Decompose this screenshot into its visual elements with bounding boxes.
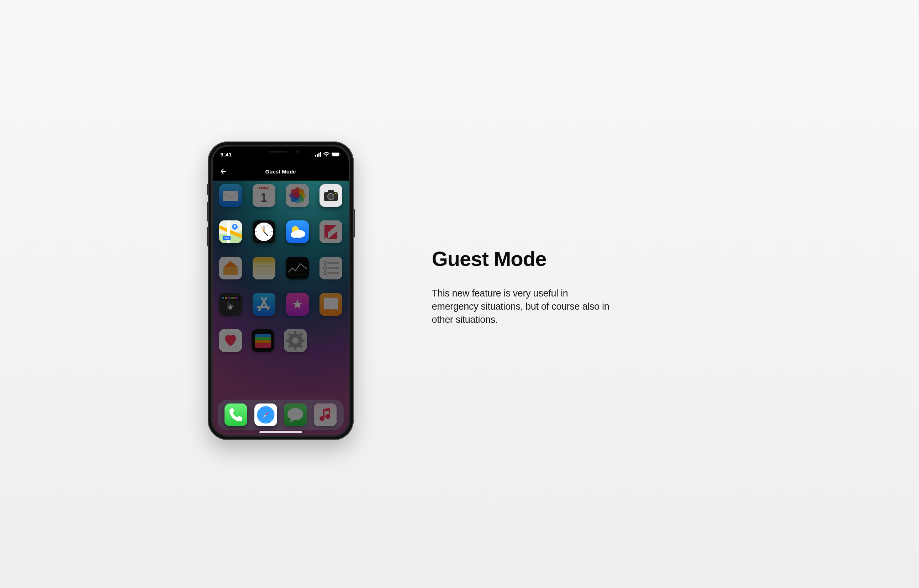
app-camera[interactable]	[319, 184, 342, 207]
feature-description: This new feature is very useful in emerg…	[432, 287, 617, 327]
svg-point-63	[258, 309, 260, 311]
presentation-slide: 9:41	[183, 138, 736, 450]
svg-point-36	[263, 231, 265, 233]
app-row-5	[219, 329, 342, 352]
svg-rect-71	[294, 331, 297, 334]
back-arrow-icon[interactable]	[219, 167, 228, 176]
app-row-4: ★ ★	[219, 293, 342, 316]
svg-text:★: ★	[227, 303, 234, 312]
feature-heading: Guest Mode	[432, 248, 617, 270]
svg-line-59	[260, 298, 266, 309]
app-clock[interactable]	[253, 220, 276, 243]
phone-frame: 9:41	[208, 142, 354, 440]
app-itunes[interactable]: ★	[286, 293, 309, 316]
svg-rect-65	[255, 334, 271, 338]
status-indicators	[315, 152, 341, 157]
display-notch	[249, 147, 313, 157]
app-maps[interactable]: 280	[219, 220, 242, 243]
svg-point-39	[291, 231, 298, 238]
app-calendar[interactable]: Friday 1	[253, 184, 276, 207]
app-messages[interactable]	[284, 404, 307, 426]
svg-rect-67	[255, 340, 271, 343]
svg-rect-51	[221, 297, 240, 300]
phone-screen: 9:41	[213, 147, 348, 435]
svg-point-7	[293, 192, 305, 204]
app-row-3	[219, 257, 342, 279]
app-health[interactable]	[219, 329, 242, 352]
app-mail[interactable]	[219, 184, 242, 207]
svg-rect-74	[302, 339, 305, 342]
app-ibooks[interactable]	[319, 293, 342, 316]
svg-rect-57	[236, 297, 238, 299]
wifi-icon	[323, 152, 329, 157]
app-settings[interactable]	[284, 329, 307, 352]
svg-rect-3	[223, 191, 238, 201]
svg-point-62	[268, 306, 270, 308]
svg-point-6	[295, 192, 306, 199]
status-time: 9:41	[220, 152, 232, 157]
svg-rect-66	[255, 337, 271, 341]
svg-rect-75	[288, 333, 292, 336]
home-indicator[interactable]	[259, 431, 302, 433]
svg-point-14	[328, 194, 334, 200]
svg-point-89	[287, 408, 303, 420]
svg-point-4	[294, 187, 301, 198]
svg-rect-1	[332, 153, 339, 156]
svg-text:280: 280	[224, 237, 229, 240]
svg-point-15	[335, 193, 337, 194]
svg-rect-56	[233, 297, 235, 299]
svg-rect-53	[225, 297, 227, 299]
svg-rect-72	[294, 347, 297, 350]
app-reminders[interactable]	[319, 257, 342, 279]
app-stocks[interactable]	[286, 257, 309, 279]
text-panel: Guest Mode This new feature is very usef…	[432, 248, 617, 327]
app-imovie[interactable]: ★	[219, 293, 242, 316]
svg-point-49	[324, 271, 327, 275]
app-weather[interactable]	[286, 220, 309, 243]
svg-rect-52	[222, 297, 224, 299]
header-row: Guest Mode	[213, 164, 348, 178]
svg-rect-55	[230, 297, 233, 299]
app-photos[interactable]	[286, 184, 309, 207]
svg-rect-40	[253, 257, 276, 262]
svg-point-10	[289, 192, 300, 199]
svg-line-60	[262, 298, 268, 309]
app-home[interactable]	[219, 257, 242, 279]
app-notes[interactable]	[253, 257, 276, 279]
calendar-day: 1	[253, 191, 276, 204]
svg-point-45	[324, 262, 327, 265]
app-row-2: 280	[219, 220, 342, 243]
calendar-weekday: Friday	[253, 186, 276, 190]
app-news[interactable]	[319, 220, 342, 243]
home-screen-apps: Friday 1	[213, 181, 348, 397]
iphone-mockup: 9:41	[208, 142, 354, 440]
app-safari[interactable]	[254, 404, 277, 426]
cellular-icon	[315, 152, 321, 157]
svg-point-9	[289, 192, 301, 204]
svg-rect-77	[299, 333, 303, 336]
svg-rect-54	[228, 297, 230, 299]
svg-point-8	[294, 193, 301, 204]
svg-rect-68	[255, 343, 271, 348]
svg-rect-73	[286, 339, 289, 342]
svg-point-69	[288, 333, 302, 348]
svg-rect-78	[288, 345, 292, 348]
app-music[interactable]	[314, 404, 337, 426]
dock	[218, 400, 344, 430]
svg-point-47	[324, 267, 327, 270]
svg-text:★: ★	[292, 297, 303, 312]
svg-rect-2	[340, 153, 340, 155]
svg-rect-76	[299, 345, 303, 348]
app-phone[interactable]	[225, 404, 247, 426]
svg-point-11	[289, 187, 301, 199]
app-appstore[interactable]	[253, 293, 276, 316]
header-title: Guest Mode	[266, 168, 296, 174]
app-row-1: Friday 1	[219, 184, 342, 207]
svg-rect-13	[328, 190, 334, 193]
app-wallet[interactable]	[251, 329, 274, 352]
battery-icon	[332, 152, 341, 157]
svg-point-70	[292, 338, 298, 344]
svg-point-5	[293, 187, 305, 199]
